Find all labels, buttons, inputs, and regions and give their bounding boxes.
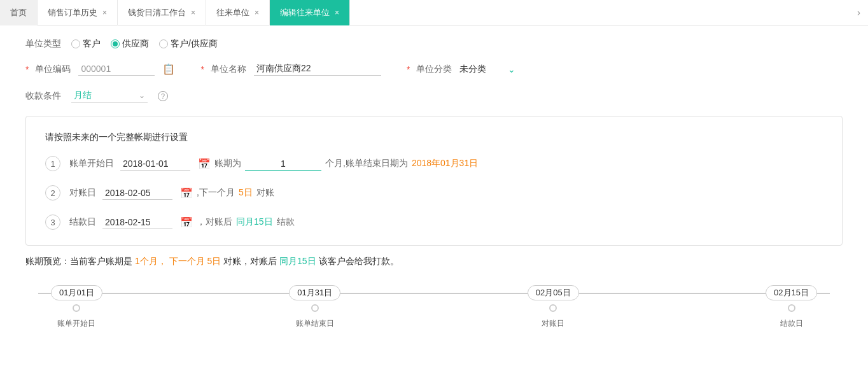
unit-name-star: *	[200, 64, 204, 74]
unit-info-row: * 单位编码 000001 📋 * 单位名称 河南供应商22 * 单位分类 未分…	[25, 62, 843, 76]
step-3-row: 3 结款日 📅 ，对账后 同月15日 结款	[45, 215, 823, 230]
close-partner-unit[interactable]: ×	[255, 9, 259, 17]
unit-code-copy-icon[interactable]: 📋	[162, 63, 175, 75]
payment-condition-chevron-icon: ⌄	[139, 91, 145, 100]
preview-row: 账期预览：当前客户账期是 1个月， 下一个月 5日 对账，对账后 同月15日 该…	[25, 252, 843, 267]
timeline-point-2: 01月31日 账单结束日	[289, 285, 340, 329]
step-3-label: 结款日	[69, 216, 96, 228]
tab-sales-history[interactable]: 销售订单历史 ×	[38, 0, 118, 25]
radio-customer-circle	[71, 39, 80, 48]
timeline-point-4: 02月15日 结款日	[766, 285, 817, 329]
radio-customer-supplier-label: 客户/供应商	[171, 38, 218, 50]
preview-suffix: 该客户会给我打款。	[319, 256, 399, 266]
tabs-bar: 首页 销售订单历史 × 钱货日清工作台 × 往来单位 × 编辑往来单位 × ›	[0, 0, 868, 25]
step-2-after: 对账	[256, 187, 274, 199]
step-1-months-unit: 个月,账单结束日期为	[325, 158, 408, 169]
radio-customer-supplier[interactable]: 客户/供应商	[159, 38, 218, 50]
step-2-date-input[interactable]	[102, 186, 172, 200]
timeline-points: 01月01日 账单开始日 01月31日 账单结束日 02月05日 对账日 02月…	[51, 285, 817, 329]
payment-condition-label: 收款条件	[25, 90, 61, 102]
unit-class-label: 单位分类	[416, 64, 452, 75]
preview-reconcile-day: 5日	[207, 256, 221, 266]
step-1-months-input[interactable]	[245, 157, 321, 171]
step-2-day-highlight: 5日	[239, 187, 253, 199]
preview-label: 账期预览：当前客户账期是	[25, 256, 132, 266]
preview-pay-day: 同月15日	[279, 256, 316, 266]
unit-class-select[interactable]: 未分类 ⌄	[459, 64, 536, 75]
radio-supplier-label: 供应商	[122, 38, 149, 50]
radio-customer[interactable]: 客户	[71, 38, 101, 50]
tab-edit-partner[interactable]: 编辑往来单位 ×	[270, 0, 350, 25]
step-1-row: 1 账单开始日 📅 账期为 个月,账单结束日期为 2018年01月31日	[45, 156, 823, 171]
step-3-number: 3	[45, 215, 60, 230]
payment-condition-row: 收款条件 月结 ⌄ ?	[25, 88, 843, 103]
help-icon[interactable]: ?	[158, 91, 168, 101]
tab-scroll-arrow[interactable]: ›	[850, 7, 868, 18]
tl-pill-1: 01月01日	[51, 285, 102, 300]
tl-dot-2	[311, 304, 319, 312]
step-1-label: 账单开始日	[69, 158, 114, 169]
step-2-row: 2 对账日 📅 ,下一个月 5日 对账	[45, 185, 823, 201]
radio-customer-supplier-circle	[159, 39, 168, 48]
timeline-point-3: 02月05日 对账日	[528, 285, 579, 329]
tl-dot-4	[788, 304, 795, 312]
step-2-label: 对账日	[69, 187, 96, 199]
unit-name-label: 单位名称	[211, 64, 246, 75]
radio-supplier[interactable]: 供应商	[111, 38, 149, 50]
radio-customer-label: 客户	[83, 38, 101, 50]
tl-desc-4: 结款日	[780, 318, 803, 329]
close-sales-history[interactable]: ×	[102, 9, 107, 17]
step-1-number: 1	[45, 156, 60, 171]
step-3-content: 📅 ，对账后 同月15日 结款	[102, 216, 295, 229]
preview-reconcile-mid: 对账，对账后	[223, 256, 277, 266]
close-edit-partner[interactable]: ×	[335, 9, 339, 17]
step-1-end-date: 2018年01月31日	[412, 158, 478, 169]
step-1-date-input[interactable]	[120, 157, 190, 171]
step-3-after: 结款	[277, 216, 295, 228]
step-1-content: 📅 账期为 个月,账单结束日期为 2018年01月31日	[120, 157, 478, 171]
timeline-point-1: 01月01日 账单开始日	[51, 285, 102, 329]
step-3-prefix: ，对账后	[197, 216, 232, 228]
preview-months: 1个月，	[135, 256, 167, 266]
step-3-day-highlight: 同月15日	[236, 216, 273, 228]
tab-partner-unit[interactable]: 往来单位 ×	[206, 0, 270, 25]
step-2-prefix: ,下一个月	[197, 187, 235, 199]
tl-desc-3: 对账日	[542, 318, 564, 329]
preview-reconcile-prefix: 下一个月	[169, 256, 205, 266]
tl-pill-4: 02月15日	[766, 285, 817, 300]
step-1-suffix: 账期为	[214, 158, 241, 169]
unit-code-label: 单位编码	[35, 64, 71, 75]
tl-dot-3	[549, 304, 557, 312]
unit-code-input[interactable]: 000001	[78, 62, 155, 76]
step-1-calendar-icon[interactable]: 📅	[198, 158, 211, 170]
unit-class-star: *	[407, 64, 410, 74]
unit-name-input[interactable]: 河南供应商22	[254, 62, 381, 76]
step-2-number: 2	[45, 185, 60, 201]
unit-type-label: 单位类型	[25, 38, 61, 50]
tl-desc-2: 账单结束日	[296, 318, 334, 329]
unit-class-chevron-icon: ⌄	[508, 64, 515, 74]
close-cash-workbench[interactable]: ×	[191, 9, 195, 17]
step-3-date-input[interactable]	[102, 216, 172, 229]
payment-condition-value: 月结	[74, 90, 134, 101]
unit-type-row: 单位类型 客户 供应商 客户/供应商	[25, 38, 843, 50]
main-content: 单位类型 客户 供应商 客户/供应商 * 单位编码 000001 📋	[0, 25, 868, 387]
tl-pill-2: 01月31日	[289, 285, 340, 300]
payment-condition-select[interactable]: 月结 ⌄	[71, 88, 148, 103]
radio-supplier-circle	[111, 39, 120, 48]
tab-cash-workbench[interactable]: 钱货日清工作台 ×	[118, 0, 206, 25]
unit-type-radio-group: 客户 供应商 客户/供应商	[71, 38, 218, 50]
tl-pill-3: 02月05日	[528, 285, 579, 300]
step-3-calendar-icon[interactable]: 📅	[180, 216, 193, 229]
period-setting-section: 请按照未来的一个完整帐期进行设置 1 账单开始日 📅 账期为 个月,账单结束日期…	[25, 116, 843, 246]
section-title: 请按照未来的一个完整帐期进行设置	[45, 132, 823, 143]
tab-home[interactable]: 首页	[0, 0, 38, 25]
timeline-container: 01月01日 账单开始日 01月31日 账单结束日 02月05日 对账日 02月…	[25, 285, 843, 329]
step-2-calendar-icon[interactable]: 📅	[180, 187, 193, 199]
tl-dot-1	[73, 304, 80, 312]
step-2-content: 📅 ,下一个月 5日 对账	[102, 186, 274, 200]
unit-code-star: *	[25, 64, 29, 74]
tl-desc-1: 账单开始日	[57, 318, 95, 329]
unit-class-value: 未分类	[459, 64, 486, 75]
